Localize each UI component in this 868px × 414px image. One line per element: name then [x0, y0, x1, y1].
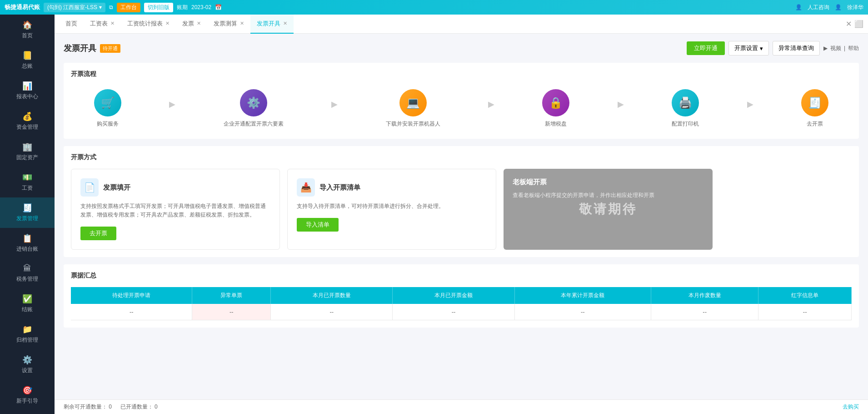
- method-card-btn-fill[interactable]: 去开票: [80, 227, 116, 240]
- period-label: 账期: [177, 4, 188, 11]
- flow-step-label-printer: 配置打印机: [672, 120, 699, 128]
- flow-step-download[interactable]: 💻下载并安装开票机器人: [386, 89, 440, 128]
- summary-val-2: --: [271, 304, 393, 320]
- close-window-icon[interactable]: ✕: [846, 20, 852, 28]
- sidebar-item-home[interactable]: 🏠首页: [0, 15, 55, 45]
- page-title: 发票开具: [64, 43, 96, 54]
- tab-close-salary-table[interactable]: ✕: [110, 20, 115, 26]
- tab-salary-report[interactable]: 工资统计报表✕: [121, 15, 176, 34]
- opened-value: 0: [155, 404, 158, 410]
- archive-icon: 📁: [22, 324, 32, 334]
- summary-col-4: 本年累计开票金额: [514, 287, 651, 304]
- space: [113, 404, 119, 410]
- flow-section: 开票流程 🛒购买服务▶⚙️企业开通配置开票六要素▶💻下载并安装开票机器人▶🔒新增…: [64, 63, 859, 139]
- tab-invoice-tool[interactable]: 发票开具✕: [250, 15, 294, 34]
- method-card-header-fill: 📄 发票填开: [80, 178, 270, 197]
- coming-soon-text: 敬请期待: [579, 201, 637, 218]
- summary-col-1: 异常单票: [192, 287, 271, 304]
- method-card-title-fill: 发票填开: [103, 183, 130, 192]
- sidebar-item-purchase[interactable]: 📋进销台账: [0, 228, 55, 258]
- sidebar-item-settle[interactable]: ✅结账: [0, 288, 55, 319]
- method-cards: 📄 发票填开 支持按照发票格式手工填写开发票；可开具增值税电子普通发票、增值税普…: [71, 169, 852, 250]
- tab-bar: 首页工资表✕工资统计报表✕发票✕发票测算✕发票开具✕✕⬜: [55, 15, 868, 34]
- sidebar-item-archive[interactable]: 📁归档管理: [0, 319, 55, 349]
- immediate-open-button[interactable]: 立即开通: [687, 41, 725, 55]
- sidebar-item-guide[interactable]: 🎯新手引导: [0, 380, 55, 410]
- sidebar-item-invoice[interactable]: 🧾发票管理: [0, 197, 55, 228]
- flow-step-invoice[interactable]: 🧾去开票: [801, 89, 828, 128]
- tab-bar-right: ✕⬜: [846, 20, 863, 28]
- page-content: 发票开具 待开通 立即开通 开票设置 ▾ 异常清单查询 ▶ 视频 | 帮助: [55, 34, 868, 399]
- settle-icon: ✅: [22, 294, 32, 304]
- sidebar-item-ledger[interactable]: 📒总账: [0, 45, 55, 76]
- workbench-button[interactable]: 工作台: [117, 3, 140, 12]
- switch-old-button[interactable]: 切到旧版: [144, 3, 173, 12]
- restore-window-icon[interactable]: ⬜: [854, 20, 863, 28]
- setting-button[interactable]: 开票设置 ▾: [728, 41, 769, 56]
- method-card-btn-import[interactable]: 导入清单: [297, 218, 339, 232]
- tab-home[interactable]: 首页: [59, 15, 84, 34]
- flow-step-icon-invoice: 🧾: [801, 89, 828, 116]
- query-button[interactable]: 异常清单查询: [773, 41, 820, 56]
- sidebar-item-tax[interactable]: 🏛税务管理: [0, 258, 55, 288]
- tab-close-invoice-tool[interactable]: ✕: [283, 20, 287, 26]
- tab-close-invoice-calc[interactable]: ✕: [240, 20, 244, 26]
- sidebar-label-funds: 资金管理: [16, 123, 38, 131]
- sidebar-label-guide: 新手引导: [16, 397, 38, 405]
- summary-col-6: 红字信息单: [758, 287, 852, 304]
- company-selector[interactable]: (勾到) 江西服室-LSS ▾: [44, 3, 105, 12]
- page-header-help: ▶ 视频 | 帮助: [823, 45, 859, 52]
- tab-invoice-calc[interactable]: 发票测算✕: [207, 15, 250, 34]
- page-header: 发票开具 待开通 立即开通 开票设置 ▾ 异常清单查询 ▶ 视频 | 帮助: [64, 41, 859, 56]
- tab-label-invoice-calc: 发票测算: [214, 20, 237, 28]
- flow-step-printer[interactable]: 🖨️配置打印机: [672, 89, 699, 128]
- flow-step-buy[interactable]: 🛒购买服务: [94, 89, 121, 128]
- help-label[interactable]: 帮助: [848, 45, 859, 52]
- bottom-bar-left: 剩余可开通数量： 0 已开通数量： 0: [64, 403, 158, 411]
- sidebar-item-funds[interactable]: 💰资金管理: [0, 106, 55, 136]
- ledger-icon: 📒: [22, 50, 32, 61]
- flow-step-config[interactable]: ⚙️企业开通配置开票六要素: [224, 89, 284, 128]
- summary-val-5: --: [651, 304, 758, 320]
- flow-arrow-0: ▶: [169, 99, 175, 118]
- sidebar-label-purchase: 进销台账: [16, 245, 38, 253]
- summary-val-3: --: [393, 304, 514, 320]
- tab-label-invoice-tool: 发票开具: [257, 20, 280, 28]
- consult-label[interactable]: 人工咨询: [808, 4, 829, 11]
- sidebar-item-reports[interactable]: 📊报表中心: [0, 76, 55, 106]
- sidebar-item-assets[interactable]: 🏢固定资产: [0, 136, 55, 167]
- flow-arrow-1: ▶: [331, 99, 338, 118]
- tab-salary-table[interactable]: 工资表✕: [84, 15, 121, 34]
- sidebar-item-salary[interactable]: 💵工资: [0, 167, 55, 197]
- method-card-fill: 📄 发票填开 支持按照发票格式手工填写开发票；可开具增值税电子普通发票、增值税普…: [71, 169, 280, 250]
- tab-close-invoice-list[interactable]: ✕: [197, 20, 201, 26]
- calendar-icon[interactable]: 📅: [215, 4, 222, 10]
- buy-link[interactable]: 去购买: [843, 403, 859, 411]
- page-header-right: 立即开通 开票设置 ▾ 异常清单查询 ▶ 视频 | 帮助: [687, 41, 859, 56]
- method-card-desc-fill: 支持按照发票格式手工填写开发票；可开具增值税电子普通发票、增值税普通发票、增值税…: [80, 202, 270, 219]
- video-label[interactable]: 视频: [830, 45, 841, 52]
- summary-val-0: --: [71, 304, 192, 320]
- tab-label-salary-table: 工资表: [90, 20, 108, 28]
- summary-col-5: 本月作废数量: [651, 287, 758, 304]
- method-card-icon-import: 📥: [297, 178, 315, 197]
- copy-icon[interactable]: ⧉: [109, 4, 113, 10]
- sidebar-item-member[interactable]: 👑畅会员: [0, 410, 55, 414]
- tab-close-salary-report[interactable]: ✕: [165, 20, 170, 26]
- setting-label: 开票设置: [734, 44, 758, 52]
- summary-col-2: 本月已开票数量: [271, 287, 393, 304]
- flow-step-taxdisk[interactable]: 🔒新增税盘: [542, 89, 569, 128]
- guide-icon: 🎯: [22, 385, 32, 395]
- flow-step-label-download: 下载并安装开票机器人: [386, 120, 440, 128]
- invoice-icon: 🧾: [22, 203, 32, 213]
- assets-icon: 🏢: [22, 142, 32, 152]
- summary-val-6: --: [758, 304, 852, 320]
- sidebar-item-settings[interactable]: ⚙️设置: [0, 349, 55, 380]
- purchase-icon: 📋: [22, 233, 32, 243]
- flow-step-icon-download: 💻: [399, 89, 427, 116]
- tab-invoice-list[interactable]: 发票✕: [176, 15, 207, 34]
- user-name[interactable]: 徐泽华: [847, 4, 863, 11]
- salary-icon: 💵: [22, 172, 32, 182]
- flow-step-icon-taxdisk: 🔒: [542, 89, 569, 116]
- sidebar-label-tax: 税务管理: [16, 275, 38, 283]
